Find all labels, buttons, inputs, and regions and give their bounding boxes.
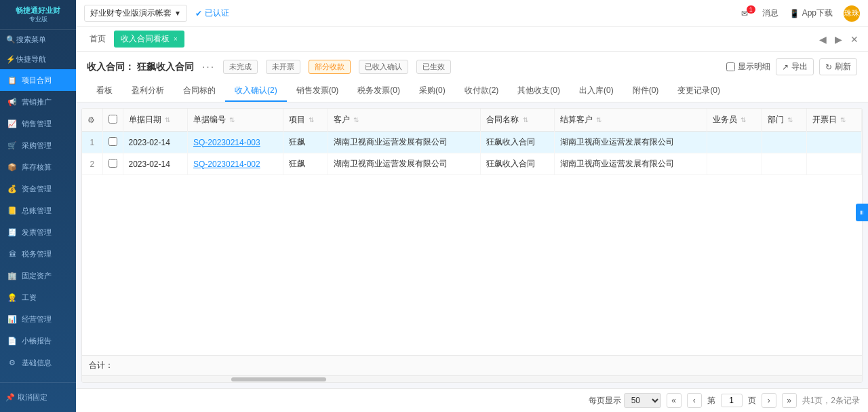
user-avatar[interactable]: 珠珠 [844, 5, 860, 22]
right-fixed-button[interactable]: ≡ [856, 204, 868, 221]
tab-sales-invoice[interactable]: 销售发票(0) [287, 81, 349, 102]
table-wrapper[interactable]: ⚙ 单据日期 ⇅ 单据编号 ⇅ [82, 109, 862, 355]
sidebar-item-quick-nav[interactable]: ⚡ 快捷导航 [0, 49, 76, 69]
sub-tabs: 看板 盈利分析 合同标的 收入确认(2) 销售发票(0) 税务发票(0) 采购(… [87, 81, 857, 102]
last-page-button[interactable]: » [782, 393, 797, 408]
close-window-icon[interactable]: ✕ [849, 33, 860, 46]
sidebar-item-tax[interactable]: 🏛 税务管理 [0, 243, 76, 265]
tab-contract-std[interactable]: 合同标的 [174, 81, 225, 102]
tab-confirm[interactable]: 收入确认(2) [225, 81, 287, 102]
tab-tax-invoice[interactable]: 税务发票(0) [348, 81, 410, 102]
sidebar-item-gl[interactable]: 📒 总账管理 [0, 200, 76, 221]
sidebar-item-assets[interactable]: 🏢 固定资产 [0, 265, 76, 286]
row-checkbox[interactable] [102, 132, 123, 153]
sidebar-item-biz[interactable]: 📊 经营管理 [0, 308, 76, 330]
more-options-button[interactable]: ··· [202, 61, 215, 73]
row-num: 2 [82, 153, 102, 175]
topbar-right: ✉ 1 消息 📱 App下载 珠珠 [741, 5, 860, 22]
nav-forward-icon[interactable]: ▶ [833, 33, 844, 46]
sidebar-item-sales[interactable]: 📈 销售管理 [0, 113, 76, 134]
assets-icon: 🏢 [7, 270, 18, 281]
col-contract-name[interactable]: 合同名称 ⇅ [481, 109, 554, 132]
sidebar-item-label: 基础信息 [22, 358, 52, 368]
status-incomplete[interactable]: 未完成 [223, 60, 258, 74]
col-checkbox[interactable] [102, 109, 123, 132]
pin-icon: 📌 [5, 393, 15, 402]
col-project[interactable]: 项目 ⇅ [283, 109, 328, 132]
prev-page-button[interactable]: ‹ [687, 393, 702, 408]
row-checkbox[interactable] [102, 153, 123, 175]
unpin-button[interactable]: 📌 取消固定 [0, 387, 76, 408]
tab-change-log[interactable]: 变更记录(0) [668, 81, 730, 102]
nav-back-icon[interactable]: ◀ [818, 33, 828, 46]
tab-purchase[interactable]: 采购(0) [410, 81, 455, 102]
user-name: 珠珠 [844, 8, 859, 18]
sidebar-item-inventory[interactable]: 📦 库存核算 [0, 156, 76, 178]
tab-attachment[interactable]: 附件(0) [623, 81, 669, 102]
col-salesperson[interactable]: 业务员 ⇅ [707, 109, 762, 132]
horizontal-scrollbar[interactable] [82, 375, 862, 382]
report-icon: 📄 [7, 335, 18, 346]
pin-label: 取消固定 [18, 392, 47, 402]
next-page-button[interactable]: › [762, 393, 776, 408]
sidebar-item-hr[interactable]: 👷 工资 [0, 286, 76, 308]
tab-close-icon[interactable]: × [174, 35, 178, 43]
sidebar-item-base[interactable]: ⚙ 基础信息 [0, 352, 76, 373]
sidebar-item-invoice[interactable]: 🧾 发票管理 [0, 221, 76, 243]
refresh-button[interactable]: ↻ 刷新 [819, 58, 857, 75]
sidebar-item-report[interactable]: 📄 小畅报告 [0, 330, 76, 352]
status-partial[interactable]: 部分收款 [309, 60, 351, 74]
tab-profit[interactable]: 盈利分析 [122, 81, 174, 102]
tab-contract-board[interactable]: 收入合同看板 × [114, 31, 184, 48]
cell-bill-no[interactable]: SQ-20230214-003 [187, 132, 283, 153]
row-select-checkbox[interactable] [108, 159, 117, 168]
settings-icon[interactable]: ⚙ [87, 115, 95, 125]
cell-bill-no[interactable]: SQ-20230214-002 [187, 153, 283, 175]
cell-final-customer: 湖南卫视商业运营发展有限公司 [554, 153, 707, 175]
tab-other-income[interactable]: 其他收支(0) [508, 81, 570, 102]
sidebar-item-marketing[interactable]: 📢 营销推广 [0, 91, 76, 113]
show-detail-input[interactable] [726, 62, 735, 71]
page-size-selector[interactable]: 每页显示 50 100 200 [589, 393, 661, 408]
col-settings[interactable]: ⚙ [82, 109, 102, 132]
scrollbar-thumb[interactable] [231, 377, 326, 381]
total-info: 共1页，2条记录 [802, 395, 860, 407]
col-department[interactable]: 部门 ⇅ [762, 109, 806, 132]
page-number-input[interactable] [721, 394, 743, 407]
cell-bill-date: 2023-02-14 [123, 153, 187, 175]
col-open-date[interactable]: 开票日 ⇅ [807, 109, 862, 132]
show-detail-checkbox[interactable]: 显示明细 [726, 61, 770, 73]
tab-warehouse[interactable]: 出入库(0) [570, 81, 623, 102]
cell-department [762, 153, 806, 175]
hr-icon: 👷 [7, 292, 18, 303]
message-badge: 1 [747, 5, 755, 14]
row-select-checkbox[interactable] [108, 137, 117, 146]
status-active[interactable]: 已生效 [416, 60, 451, 74]
col-customer[interactable]: 客户 ⇅ [328, 109, 481, 132]
status-confirmed[interactable]: 已收入确认 [359, 60, 408, 74]
avatar: 珠珠 [844, 5, 860, 22]
sidebar-item-project[interactable]: 📋 项目合同 [0, 69, 76, 91]
tab-home[interactable]: 首页 [84, 31, 111, 48]
tab-payment[interactable]: 收付款(2) [455, 81, 509, 102]
table-row[interactable]: 2 2023-02-14 SQ-20230214-002 狂飙 湖南卫视商业运营… [82, 153, 862, 175]
bill-no-link[interactable]: SQ-20230214-003 [193, 138, 260, 147]
select-all-checkbox[interactable] [108, 115, 117, 124]
sidebar-item-search[interactable]: 🔍 搜索菜单 [0, 30, 76, 49]
sidebar-item-finance[interactable]: 💰 资金管理 [0, 178, 76, 200]
col-final-customer[interactable]: 结算客户 ⇅ [554, 109, 707, 132]
export-button[interactable]: ↗ 导出 [776, 58, 814, 75]
col-bill-no[interactable]: 单据编号 ⇅ [187, 109, 283, 132]
first-page-button[interactable]: « [667, 393, 682, 408]
per-page-select[interactable]: 50 100 200 [624, 393, 661, 408]
messages-button[interactable]: ✉ 1 消息 [741, 7, 778, 19]
bill-no-link[interactable]: SQ-20230214-002 [193, 160, 260, 169]
table-row[interactable]: 1 2023-02-14 SQ-20230214-003 狂飙 湖南卫视商业运营… [82, 132, 862, 153]
app-download-button[interactable]: 📱 App下载 [789, 7, 833, 19]
col-bill-date[interactable]: 单据日期 ⇅ [123, 109, 187, 132]
sidebar-item-purchase[interactable]: 🛒 采购管理 [0, 134, 76, 156]
sort-icon: ⇅ [309, 116, 314, 124]
tab-kanban[interactable]: 看板 [87, 81, 122, 102]
status-no-invoice[interactable]: 未开票 [266, 60, 300, 74]
company-selector[interactable]: 好业财专业版演示帐套 ▼ [84, 5, 187, 22]
